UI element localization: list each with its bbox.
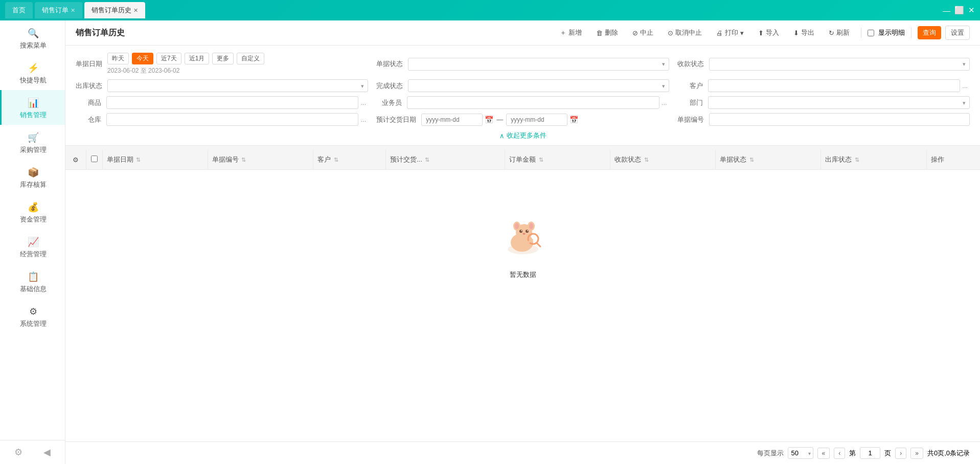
sidebar-item-sys-mgmt-label: 系统管理 [20, 319, 47, 328]
settings-button[interactable]: 设置 [945, 26, 970, 40]
th-check[interactable] [86, 150, 102, 170]
sidebar-item-search-menu[interactable]: 🔍 搜索菜单 [0, 20, 65, 55]
minimize-icon[interactable]: — [943, 6, 950, 15]
customer-dots[interactable]: ... [960, 82, 970, 90]
tab-sales-history-close[interactable]: ✕ [133, 7, 138, 14]
filter-salesperson-col: 业务员 ... [376, 96, 669, 109]
date-last1m-btn[interactable]: 近1月 [185, 53, 210, 64]
filter-customer-col: 客户 ... [677, 79, 970, 92]
expected-date-label: 预计交货日期 [376, 115, 421, 124]
cancel-stop-button[interactable]: ⊙ 取消中止 [663, 26, 707, 39]
expected-date-from-input[interactable] [421, 114, 483, 126]
sidebar-item-inventory[interactable]: 📦 库存核算 [0, 160, 65, 194]
tab-sales-history[interactable]: 销售订单历史 ✕ [84, 2, 145, 18]
th-doc-status[interactable]: 单据状态 ⇅ [716, 150, 821, 170]
date-more-btn[interactable]: 更多 [212, 53, 234, 64]
query-button[interactable]: 查询 [918, 26, 941, 39]
date-today-btn[interactable]: 今天 [132, 53, 153, 64]
page-number-input[interactable] [860, 447, 880, 459]
collapse-row[interactable]: ∧ 收起更多条件 [76, 130, 970, 140]
warehouse-input[interactable] [106, 113, 358, 126]
salesperson-dots[interactable]: ... [659, 99, 669, 106]
customer-input[interactable] [708, 79, 960, 92]
complete-status-select[interactable] [408, 79, 669, 92]
th-out-status[interactable]: 出库状态 ⇅ [821, 150, 926, 170]
sidebar-item-quick-nav[interactable]: ⚡ 快捷导航 [0, 55, 65, 90]
th-no-sort-icon: ⇅ [241, 157, 246, 163]
filter-order-no-col: 单据编号 [677, 113, 970, 126]
tab-sales-order-close[interactable]: ✕ [71, 7, 75, 14]
sidebar-collapse-icon[interactable]: ◀ [43, 447, 51, 458]
delete-label: 删除 [605, 28, 618, 37]
tab-home[interactable]: 首页 [5, 2, 33, 18]
th-no[interactable]: 单据编号 ⇅ [208, 150, 313, 170]
filter-complete-status-col: 完成状态 [376, 79, 669, 92]
sidebar-bottom: ⚙ ◀ [0, 440, 65, 464]
th-customer[interactable]: 客户 ⇅ [313, 150, 385, 170]
sidebar-item-basic-info[interactable]: 📋 基础信息 [0, 264, 65, 299]
first-page-button[interactable]: « [817, 448, 830, 459]
th-customer-label: 客户 [317, 156, 331, 163]
product-input[interactable] [106, 96, 358, 109]
print-icon: 🖨 [716, 29, 723, 37]
stop-label: 中止 [640, 28, 653, 37]
sidebar-settings-icon[interactable]: ⚙ [14, 447, 22, 458]
tab-sales-order[interactable]: 销售订单 ✕ [35, 2, 82, 18]
date-yesterday-btn[interactable]: 昨天 [107, 53, 129, 64]
expected-date-from-cal-icon[interactable]: 📅 [485, 116, 493, 124]
sidebar-item-sales-mgmt-label: 销售管理 [20, 111, 47, 120]
salesperson-input[interactable] [407, 96, 659, 109]
th-amount[interactable]: 订单金额 ⇅ [505, 150, 610, 170]
th-receipt-status[interactable]: 收款状态 ⇅ [610, 150, 716, 170]
th-no-label: 单据编号 [212, 156, 239, 163]
filter-row-1: 单据日期 昨天 今天 近7天 近1月 更多 自定义 2023-06-02 至 2… [76, 53, 970, 75]
page-size-select[interactable]: 50 10 20 100 [788, 447, 813, 459]
show-detail-checkbox[interactable] [868, 30, 874, 36]
stop-button[interactable]: ⊘ 中止 [627, 26, 658, 39]
check-all-checkbox[interactable] [91, 156, 98, 162]
receipt-status-select[interactable] [709, 58, 970, 71]
new-button[interactable]: ＋ 新增 [555, 26, 587, 39]
out-status-select[interactable] [107, 79, 368, 92]
date-custom-btn[interactable]: 自定义 [237, 53, 264, 64]
complete-status-select-wrap [408, 79, 669, 92]
filter-expected-date-col: 预计交货日期 📅 — 📅 [376, 113, 669, 126]
main-layout: 🔍 搜索菜单 ⚡ 快捷导航 📊 销售管理 🛒 采购管理 📦 库存核算 💰 资金管… [0, 20, 980, 464]
export-button[interactable]: ⬇ 导出 [788, 26, 819, 39]
show-detail-label: 显示明细 [878, 28, 905, 37]
sidebar-item-inventory-label: 库存核算 [20, 180, 47, 189]
filter-row-3: 商品 ... 业务员 ... 部门 [76, 96, 970, 109]
order-no-input[interactable] [709, 113, 970, 126]
prev-page-button[interactable]: ‹ [834, 448, 845, 459]
next-page-button[interactable]: › [895, 448, 906, 459]
th-date[interactable]: 单据日期 ⇅ [102, 150, 208, 170]
import-button[interactable]: ⬆ 导入 [753, 26, 784, 39]
delete-button[interactable]: 🗑 删除 [591, 26, 623, 39]
sidebar-item-finance[interactable]: 💰 资金管理 [0, 194, 65, 229]
maximize-icon[interactable]: ⬜ [954, 6, 964, 15]
print-button[interactable]: 🖨 打印 ▾ [711, 26, 749, 39]
doc-status-select-wrap [408, 58, 669, 71]
sidebar-item-sys-mgmt[interactable]: ⚙ 系统管理 [0, 299, 65, 334]
sidebar-item-sales-mgmt[interactable]: 📊 销售管理 [0, 90, 65, 125]
product-dots[interactable]: ... [358, 99, 368, 106]
expected-date-to-cal-icon[interactable]: 📅 [569, 116, 578, 124]
th-settings[interactable]: ⚙ [65, 150, 86, 170]
sidebar-item-search-menu-label: 搜索菜单 [20, 41, 47, 50]
settings-col-icon[interactable]: ⚙ [73, 156, 79, 164]
refresh-button[interactable]: ↻ 刷新 [824, 26, 855, 39]
sidebar-item-purchase-mgmt[interactable]: 🛒 采购管理 [0, 125, 65, 160]
th-receipt-status-sort-icon: ⇅ [644, 157, 649, 163]
th-expected-date[interactable]: 预计交货... ⇅ [385, 150, 505, 170]
doc-status-select[interactable] [408, 58, 669, 71]
sidebar-item-operations[interactable]: 📈 经营管理 [0, 229, 65, 264]
expected-date-to-input[interactable] [506, 114, 567, 126]
warehouse-dots[interactable]: ... [358, 116, 368, 123]
empty-text: 暂无数据 [510, 270, 536, 279]
show-detail-toggle[interactable]: 显示明细 [868, 28, 905, 37]
filter-warehouse-col: 仓库 ... [76, 113, 368, 126]
close-icon[interactable]: ✕ [968, 6, 975, 15]
dept-select[interactable] [708, 96, 970, 109]
date-last7-btn[interactable]: 近7天 [156, 53, 181, 64]
last-page-button[interactable]: » [910, 448, 923, 459]
